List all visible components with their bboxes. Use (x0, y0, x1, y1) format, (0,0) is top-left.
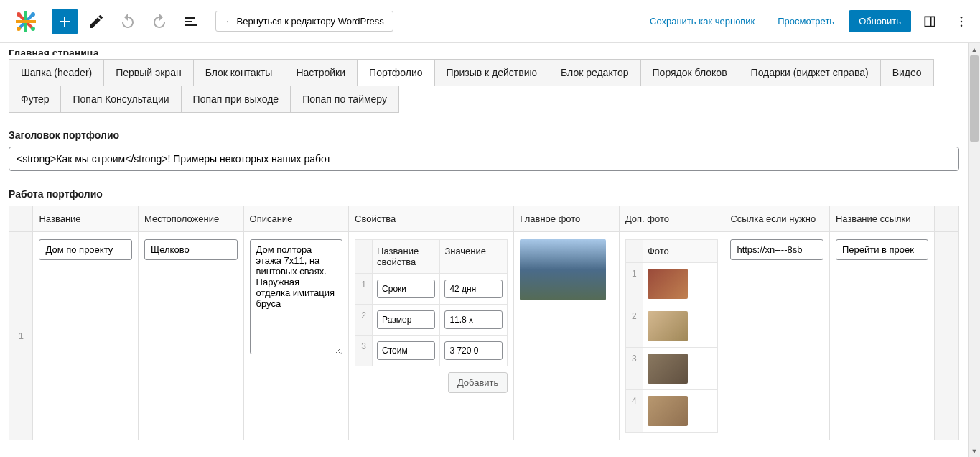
props-row: 1 (355, 274, 508, 305)
prop-value-input[interactable] (444, 310, 503, 329)
tab-first-screen[interactable]: Первый экран (103, 59, 193, 86)
props-row-handle[interactable]: 2 (355, 305, 373, 336)
svg-point-1 (31, 12, 35, 17)
col-header-props: Свойства (349, 206, 514, 232)
portfolio-repeater-table: Название Местоположение Описание Свойств… (9, 206, 959, 440)
prop-value-input[interactable] (444, 341, 503, 360)
portfolio-work-label: Работа портфолио (9, 188, 959, 200)
addphoto-row: 1 (625, 263, 718, 305)
scroll-up-icon[interactable]: ▲ (969, 43, 980, 55)
tab-popup-consult[interactable]: Попап Консультации (60, 86, 181, 113)
portfolio-title-input[interactable] (9, 147, 959, 171)
back-to-wordpress-button[interactable]: ← Вернуться к редактору WordPress (215, 11, 393, 32)
addphoto-row: 3 (625, 348, 718, 390)
addphoto-row: 2 (625, 305, 718, 348)
tab-block-order[interactable]: Порядок блоков (640, 59, 739, 86)
col-header-linkname: Название ссылки (829, 206, 935, 232)
addphoto-header: Фото (643, 240, 718, 263)
sidebar-toggle-icon[interactable] (917, 9, 943, 34)
row-actions[interactable] (935, 232, 959, 440)
site-logo[interactable] (6, 1, 46, 42)
svg-rect-4 (925, 17, 934, 26)
table-row: 1 Дом полтора этажа 7х11, на винтовых св… (9, 232, 959, 440)
row-handle-header (9, 206, 33, 232)
scroll-thumb[interactable] (970, 55, 979, 142)
props-row: 2 (355, 305, 508, 336)
addphoto-thumbnail[interactable] (648, 269, 688, 299)
tab-popup-timer[interactable]: Попап по таймеру (290, 86, 399, 113)
svg-point-8 (961, 24, 963, 27)
props-header-value: Значение (440, 240, 508, 274)
tab-settings[interactable]: Настройки (284, 59, 358, 86)
add-block-button[interactable] (52, 9, 78, 34)
description-textarea[interactable]: Дом полтора этажа 7х11, на винтовых свая… (250, 239, 343, 354)
tab-gifts[interactable]: Подарки (виджет справа) (739, 59, 881, 86)
tab-footer[interactable]: Футер (9, 86, 61, 113)
row-handle[interactable]: 1 (9, 232, 33, 440)
svg-point-3 (31, 27, 35, 31)
link-input[interactable] (730, 239, 823, 260)
addphoto-handle[interactable]: 1 (625, 263, 643, 305)
col-header-link: Ссылка если нужно (724, 206, 830, 232)
prop-name-input[interactable] (377, 280, 435, 298)
addphoto-thumbnail[interactable] (648, 396, 688, 426)
add-prop-button[interactable]: Добавить (448, 372, 508, 393)
addphoto-inner-table: Фото 1 2 3 4 (625, 239, 719, 433)
prop-value-input[interactable] (444, 280, 503, 298)
prop-name-input[interactable] (377, 341, 435, 360)
tab-header[interactable]: Шапка (header) (9, 59, 104, 86)
page-title: Главная страница (9, 43, 959, 55)
col-header-location: Местоположение (139, 206, 244, 232)
addphoto-handle[interactable]: 2 (625, 305, 643, 348)
editor-content: Главная страница Шапка (header) Первый э… (0, 43, 968, 457)
addphoto-thumbnail[interactable] (648, 354, 688, 384)
vertical-scrollbar[interactable]: ▲ ▼ (968, 43, 980, 457)
tab-cta[interactable]: Призыв к действию (434, 59, 549, 86)
col-header-addphoto: Доп. фото (619, 206, 724, 232)
update-button[interactable]: Обновить (849, 10, 911, 32)
tab-video[interactable]: Видео (880, 59, 934, 86)
svg-point-2 (17, 27, 21, 31)
props-row: 3 (355, 336, 508, 366)
prop-name-input[interactable] (377, 310, 435, 329)
scroll-down-icon[interactable]: ▼ (969, 445, 980, 457)
props-row-handle[interactable]: 1 (355, 274, 373, 305)
redo-button[interactable] (146, 9, 172, 34)
tab-contacts[interactable]: Блок контакты (193, 59, 285, 86)
col-header-description: Описание (243, 206, 349, 232)
name-input[interactable] (39, 239, 132, 260)
details-icon[interactable] (178, 9, 204, 34)
edit-icon[interactable] (83, 9, 109, 34)
addphoto-handle[interactable]: 3 (625, 348, 643, 390)
tab-popup-exit[interactable]: Попап при выходе (181, 86, 291, 113)
col-header-mainphoto: Главное фото (514, 206, 620, 232)
addphoto-handle[interactable]: 4 (625, 390, 643, 433)
row-actions-header (935, 206, 959, 232)
props-inner-table: Название свойства Значение 1 2 (355, 239, 508, 366)
linkname-input[interactable] (836, 239, 929, 260)
props-header-name: Название свойства (373, 240, 440, 274)
addphoto-row: 4 (625, 390, 718, 433)
main-photo-thumbnail[interactable] (520, 239, 606, 300)
undo-button[interactable] (115, 9, 141, 34)
preview-button[interactable]: Просмотреть (769, 11, 843, 31)
editor-topbar: ← Вернуться к редактору WordPress Сохран… (0, 0, 980, 43)
location-input[interactable] (144, 239, 238, 260)
more-options-icon[interactable] (948, 9, 974, 34)
addphoto-thumbnail[interactable] (648, 311, 688, 341)
tab-editor-block[interactable]: Блок редактор (549, 59, 641, 86)
save-draft-button[interactable]: Сохранить как черновик (641, 11, 763, 31)
svg-point-6 (961, 16, 963, 18)
col-header-name: Название (33, 206, 139, 232)
svg-point-7 (961, 20, 963, 22)
portfolio-title-label: Заголовок портфолио (9, 129, 959, 141)
svg-point-0 (17, 12, 21, 17)
tab-portfolio[interactable]: Портфолио (357, 59, 435, 86)
tab-group: Шапка (header) Первый экран Блок контакт… (9, 59, 959, 112)
props-row-handle[interactable]: 3 (355, 336, 373, 366)
